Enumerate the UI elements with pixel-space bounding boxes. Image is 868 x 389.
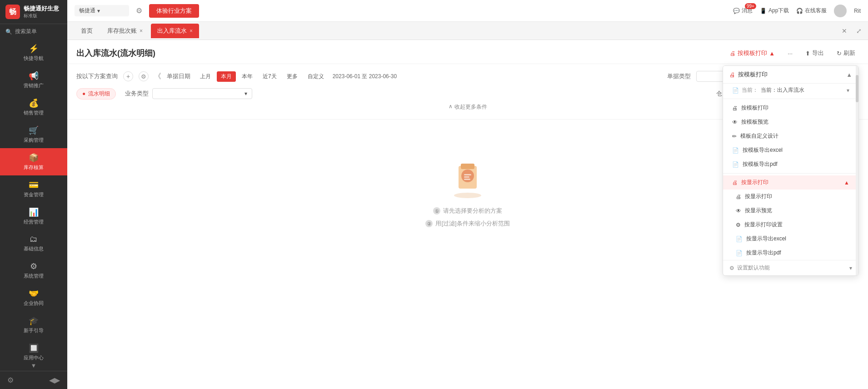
tab-batch-account[interactable]: 库存批次账 ×: [101, 24, 149, 38]
sidebar-collapse-icon[interactable]: ◀▶: [49, 376, 60, 384]
nav-label: 营销推广: [24, 82, 44, 89]
footer-settings-icon: ⚙: [729, 265, 734, 271]
dropdown-header: 🖨 按模板打印 ▲: [723, 66, 858, 84]
tab-inventory-flow-close[interactable]: ×: [190, 28, 193, 34]
page-title: 出入库流水(流水明细): [76, 48, 155, 59]
export-icon: ⬆: [805, 50, 810, 57]
dropdown-display-export-pdf[interactable]: 📄 按显示导出pdf: [723, 246, 858, 260]
sidebar-item-system[interactable]: ⚙ 系统管理: [0, 257, 67, 284]
refresh-label: 刷新: [843, 49, 855, 57]
sidebar-item-inventory[interactable]: 📦 库存核算: [0, 148, 67, 175]
apps-icon: 🔲: [29, 343, 39, 353]
dropdown-template-export-excel[interactable]: 📄 按模板导出excel: [723, 143, 858, 157]
dropdown-display-print[interactable]: 🖨 按显示打印: [723, 190, 858, 204]
sidebar-item-quick-nav[interactable]: ⚡ 快捷导航: [0, 39, 67, 66]
app-logo-icon: 畅: [5, 5, 20, 19]
sidebar-item-purchase[interactable]: 🛒 采购管理: [0, 121, 67, 148]
online-support-button[interactable]: 🎧 在线客服: [796, 7, 827, 15]
dropdown-display-preview[interactable]: 👁 按显示预览: [723, 204, 858, 218]
nav-label: 基础信息: [24, 245, 44, 252]
sidebar-item-basic[interactable]: 🗂 基础信息: [0, 230, 67, 257]
sidebar-item-apps[interactable]: 🔲 应用中心: [0, 339, 67, 360]
filter-tag-water-detail[interactable]: ● 流水明细: [76, 88, 116, 100]
tab-home[interactable]: 首页: [75, 24, 99, 38]
empty-image: [445, 157, 490, 202]
date-custom[interactable]: 自定义: [304, 71, 328, 82]
guide-icon: 🎓: [29, 316, 39, 326]
display-print-label: 按显示打印: [745, 193, 772, 200]
dropdown-header-left: 🖨 按模板打印: [729, 70, 768, 79]
sidebar-search[interactable]: 🔍 搜索菜单: [0, 24, 67, 39]
finance-icon: 💳: [29, 180, 39, 190]
app-download-label: App下载: [768, 7, 789, 15]
date-more[interactable]: 更多: [283, 71, 302, 82]
app-version: 标准版: [24, 13, 59, 19]
nav-label: 资金管理: [24, 191, 44, 198]
date-last-month[interactable]: 上月: [196, 71, 215, 82]
trial-button[interactable]: 体验行业方案: [149, 4, 199, 18]
filter-settings-button[interactable]: ⚙: [139, 71, 149, 81]
sales-icon: 💰: [29, 98, 39, 108]
sidebar-item-operations[interactable]: 📊 经营管理: [0, 203, 67, 230]
sidebar-item-marketing[interactable]: 📢 营销推广: [0, 66, 67, 94]
dropdown-template-preview[interactable]: 👁 按模板预览: [723, 115, 858, 129]
page-header: 出入库流水(流水明细) 🖨 按模板打印 ▲ ··· ⬆ 导出 ↻ 刷新: [67, 40, 868, 64]
print-dropdown-panel: 🖨 按模板打印 ▲ 📄 当前： 当前：出入库流水 ▾ 🖨 按模板打印 👁 按模板…: [723, 65, 859, 276]
print-by-template-button[interactable]: 🖨 按模板打印 ▲: [726, 47, 778, 59]
dropdown-display-export-excel[interactable]: 📄 按显示导出excel: [723, 232, 858, 246]
date-this-month[interactable]: 本月: [217, 71, 236, 82]
sidebar-item-guide[interactable]: 🎓 新手引导: [0, 311, 67, 339]
topbar-gear-icon[interactable]: ⚙: [133, 5, 145, 17]
current-chevron-icon: ▾: [847, 87, 849, 94]
messages-button[interactable]: 💬 消息 99+: [733, 7, 753, 15]
dropdown-template-customize[interactable]: ✏ 模板自定义设计: [723, 129, 858, 143]
more-actions-button[interactable]: ···: [784, 48, 796, 59]
date-this-year[interactable]: 本年: [238, 71, 257, 82]
filter-collapse-button[interactable]: 《: [154, 72, 161, 81]
export-label: 导出: [812, 49, 824, 57]
app-download-button[interactable]: 📱 App下载: [760, 7, 789, 15]
template-customize-icon: ✏: [732, 133, 737, 140]
dropdown-template-print[interactable]: 🖨 按模板打印: [723, 101, 858, 115]
chevron-up-icon: ▲: [769, 50, 775, 57]
company-selector[interactable]: 畅捷通 ▾: [75, 5, 129, 16]
dropdown-display-settings[interactable]: ⚙ 按显示打印设置: [723, 218, 858, 232]
refresh-icon: ↻: [837, 50, 842, 57]
display-section-chevron-icon: ▲: [844, 180, 849, 186]
print-icon: 🖨: [730, 50, 736, 57]
date-filter-label: 单据日期: [167, 72, 190, 80]
dropdown-display-section-header[interactable]: 🖨 按显示打印 ▲: [723, 175, 858, 190]
template-preview-icon: 👁: [732, 119, 738, 125]
window-maximize-button[interactable]: ⤢: [853, 25, 864, 36]
sidebar: 畅 畅捷通好生意 标准版 🔍 搜索菜单 ⚡ 快捷导航 📢 营销推广 💰 销售管理…: [0, 0, 67, 389]
divider-2: [723, 173, 858, 174]
refresh-button[interactable]: ↻ 刷新: [833, 47, 859, 59]
export-button[interactable]: ⬆ 导出: [802, 47, 828, 59]
headset-icon: 🎧: [796, 8, 803, 14]
tab-batch-account-close[interactable]: ×: [140, 28, 143, 34]
tabs-bar: 首页 库存批次账 × 出入库流水 × ✕ ⤢: [67, 22, 868, 40]
current-icon: 📄: [732, 87, 739, 94]
sidebar-nav: ⚡ 快捷导航 📢 营销推广 💰 销售管理 🛒 采购管理 📦 库存核算 💳 资金管…: [0, 39, 67, 360]
window-close-button[interactable]: ✕: [839, 25, 850, 36]
template-excel-icon: 📄: [732, 147, 739, 154]
sidebar-item-sales[interactable]: 💰 销售管理: [0, 94, 67, 121]
sidebar-settings-icon[interactable]: ⚙: [7, 376, 14, 384]
dropdown-footer-settings[interactable]: ⚙ 设置默认功能 ▾: [723, 260, 858, 275]
sidebar-item-finance[interactable]: 💳 资金管理: [0, 175, 67, 203]
tab-inventory-flow[interactable]: 出入库流水 ×: [151, 24, 199, 38]
dropdown-header-label: 按模板打印: [738, 70, 768, 79]
main-area: 畅捷通 ▾ ⚙ 体验行业方案 💬 消息 99+ 📱 App下载 🎧 在线客服 R…: [67, 0, 868, 389]
topbar: 畅捷通 ▾ ⚙ 体验行业方案 💬 消息 99+ 📱 App下载 🎧 在线客服 R…: [67, 0, 868, 22]
date-last-7days[interactable]: 近7天: [259, 71, 281, 82]
svg-rect-6: [464, 179, 470, 180]
business-type-select[interactable]: ▾: [152, 88, 252, 99]
filter-add-button[interactable]: +: [123, 71, 133, 81]
sidebar-scroll-down[interactable]: ▼: [0, 360, 67, 371]
dropdown-template-export-pdf[interactable]: 📄 按模板导出pdf: [723, 157, 858, 171]
app-download-icon: 📱: [760, 8, 767, 14]
hint-num-1: ①: [433, 207, 440, 214]
sidebar-item-cooperation[interactable]: 🤝 企业协同: [0, 284, 67, 311]
user-avatar[interactable]: [834, 5, 847, 17]
selector-chevron-icon: ▾: [97, 8, 100, 14]
